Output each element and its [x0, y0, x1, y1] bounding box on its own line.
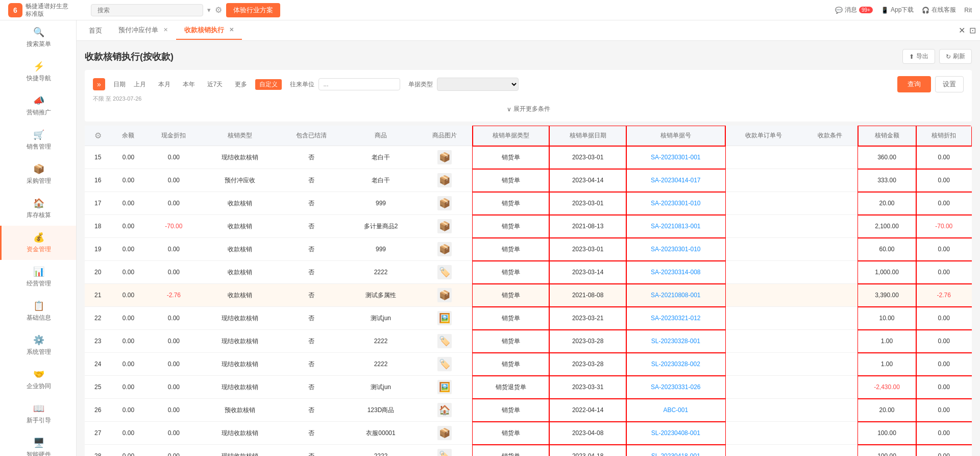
cell-goods: 2222 — [345, 353, 416, 376]
cell-receipt-order — [725, 192, 802, 215]
expand-icon: ∨ — [507, 106, 511, 113]
setting-btn[interactable]: 设置 — [935, 76, 964, 92]
cell-goods-img: 🏷️ — [417, 445, 473, 457]
tab-close-btn[interactable]: ✕ — [959, 26, 965, 35]
cell-doc-no: SL-20230328-001 — [626, 330, 725, 353]
cell-receipt-cond — [802, 330, 857, 353]
app-download-btn[interactable]: 📱 App下载 — [881, 6, 914, 14]
cell-type: 收款核销 — [202, 238, 278, 261]
sidebar-item-quicknav[interactable]: ⚡ 快捷导航 — [0, 55, 76, 89]
cell-balance: 0.00 — [111, 192, 145, 215]
cell-discount: -70.00 — [916, 215, 972, 238]
from-unit-input[interactable] — [318, 78, 400, 90]
cell-doc-date: 2023-04-18 — [549, 445, 626, 457]
cell-no: 28 — [85, 445, 111, 457]
dropdown-icon[interactable]: ▾ — [207, 6, 211, 14]
sidebar-item-operations[interactable]: 📊 经营管理 — [0, 260, 76, 294]
sidebar-item-inventory[interactable]: 🏠 库存核算 — [0, 191, 76, 226]
cell-no: 25 — [85, 376, 111, 399]
cell-receipt-order — [725, 422, 802, 445]
cell-doc-type: 销货单 — [473, 238, 549, 261]
sidebar-item-collab[interactable]: 🤝 企业协同 — [0, 363, 76, 397]
cell-balance: 0.00 — [111, 169, 145, 192]
date-btn-last-month[interactable]: 上月 — [130, 79, 150, 90]
cell-receipt-cond — [802, 353, 857, 376]
online-support-btn[interactable]: 🎧 在线客服 — [922, 6, 956, 14]
filter-unit: 往来单位 — [290, 78, 400, 90]
cell-discount: 0.00 — [916, 192, 972, 215]
filter-toggle-btn[interactable]: » — [93, 78, 105, 90]
tab-expand-btn[interactable]: ⊡ — [969, 26, 976, 35]
expand-more-btn[interactable]: ∨ 展开更多条件 — [93, 103, 964, 115]
cell-amount: 20.00 — [858, 399, 916, 422]
sidebar-item-sales[interactable]: 🛒 销售管理 — [0, 123, 76, 157]
cell-no: 17 — [85, 192, 111, 215]
top-search-area: ▾ ⚙ 体验行业方案 — [91, 3, 829, 17]
tab-close-prepay[interactable]: ✕ — [163, 27, 168, 33]
receipt-type-select[interactable] — [437, 78, 519, 91]
cell-type: 现结收款核销 — [202, 307, 278, 330]
table-row: 25 0.00 0.00 现结收款核销 否 测试jun 🖼️ 销货退货单 202… — [85, 376, 972, 399]
cell-discount: 0.00 — [916, 353, 972, 376]
search-input[interactable] — [91, 4, 203, 16]
cell-doc-no: SA-20230301-010 — [626, 192, 725, 215]
tab-home[interactable]: 首页 — [81, 22, 110, 39]
col-settings[interactable]: ⚙ — [85, 126, 111, 146]
table-row: 16 0.00 0.00 预付冲应收 否 老白干 📦 销货单 2023-04-1… — [85, 169, 972, 192]
data-table: ⚙ 余额 现金折扣 核销类型 包含已结清 商品 商品图片 核销单据类型 核销单据… — [85, 126, 972, 456]
table-header-row: ⚙ 余额 现金折扣 核销类型 包含已结清 商品 商品图片 核销单据类型 核销单据… — [85, 126, 972, 146]
cell-discount: 0.00 — [916, 261, 972, 284]
date-btn-custom[interactable]: 自定义 — [255, 79, 282, 90]
tab-receipt[interactable]: 收款核销执行 ✕ — [176, 21, 242, 40]
sidebar-item-hardware[interactable]: 🖥️ 智能硬件 — [0, 431, 76, 456]
sidebar-item-basic[interactable]: 📋 基础信息 — [0, 294, 76, 328]
cell-goods: 测试多属性 — [345, 284, 416, 307]
marketing-icon: 📣 — [33, 95, 44, 106]
cell-receipt-order — [725, 169, 802, 192]
cell-type: 现结收款核销 — [202, 445, 278, 457]
support-icon: 🎧 — [922, 7, 929, 14]
tab-close-receipt[interactable]: ✕ — [229, 27, 234, 33]
cell-doc-date: 2021-08-08 — [549, 284, 626, 307]
cell-receipt-cond — [802, 284, 857, 307]
sidebar-item-guide[interactable]: 📖 新手引导 — [0, 397, 76, 431]
cell-goods-img: 📦 — [417, 215, 473, 238]
sidebar-item-search[interactable]: 🔍 搜索菜单 — [0, 20, 76, 55]
col-goods: 商品 — [345, 126, 416, 146]
col-balance: 余额 — [111, 126, 145, 146]
cell-type: 收款核销 — [202, 284, 278, 307]
export-btn[interactable]: ⬆ 导出 — [902, 49, 935, 64]
date-btn-this-year[interactable]: 本年 — [179, 79, 199, 90]
guide-icon: 📖 — [33, 403, 44, 414]
cell-cash-discount: 0.00 — [146, 146, 202, 169]
cell-balance: 0.00 — [111, 238, 145, 261]
user-info[interactable]: Rit — [964, 7, 972, 14]
sidebar-item-finance[interactable]: 💰 资金管理 — [0, 226, 76, 260]
purchase-icon: 📦 — [33, 163, 44, 175]
cell-balance: 0.00 — [111, 330, 145, 353]
settings-icon[interactable]: ⚙ — [215, 5, 222, 15]
cell-doc-date: 2022-04-14 — [549, 399, 626, 422]
cell-type: 预付冲应收 — [202, 169, 278, 192]
query-btn[interactable]: 查询 — [897, 76, 931, 92]
sidebar-item-marketing[interactable]: 📣 营销推广 — [0, 89, 76, 123]
date-btn-more[interactable]: 更多 — [231, 79, 251, 90]
date-btn-this-month[interactable]: 本月 — [154, 79, 175, 90]
refresh-btn[interactable]: ↻ 刷新 — [939, 49, 972, 64]
sidebar-item-purchase[interactable]: 📦 采购管理 — [0, 157, 76, 191]
cell-no: 22 — [85, 307, 111, 330]
cell-receipt-order — [725, 330, 802, 353]
cell-doc-date: 2023-03-21 — [549, 307, 626, 330]
message-icon: 💬 — [835, 7, 843, 14]
tab-prepay[interactable]: 预付冲应付单 ✕ — [110, 21, 176, 40]
cell-doc-no: SA-20230301-010 — [626, 238, 725, 261]
cell-balance: 0.00 — [111, 353, 145, 376]
date-btn-7days[interactable]: 近7天 — [203, 79, 227, 90]
sidebar-item-system[interactable]: ⚙️ 系统管理 — [0, 328, 76, 363]
cell-no: 23 — [85, 330, 111, 353]
industry-btn[interactable]: 体验行业方案 — [226, 3, 280, 17]
cell-doc-type: 销货单 — [473, 215, 549, 238]
cell-receipt-cond — [802, 399, 857, 422]
cell-goods-img: 🏠 — [417, 399, 473, 422]
message-btn[interactable]: 💬 消息 99+ — [835, 6, 873, 14]
